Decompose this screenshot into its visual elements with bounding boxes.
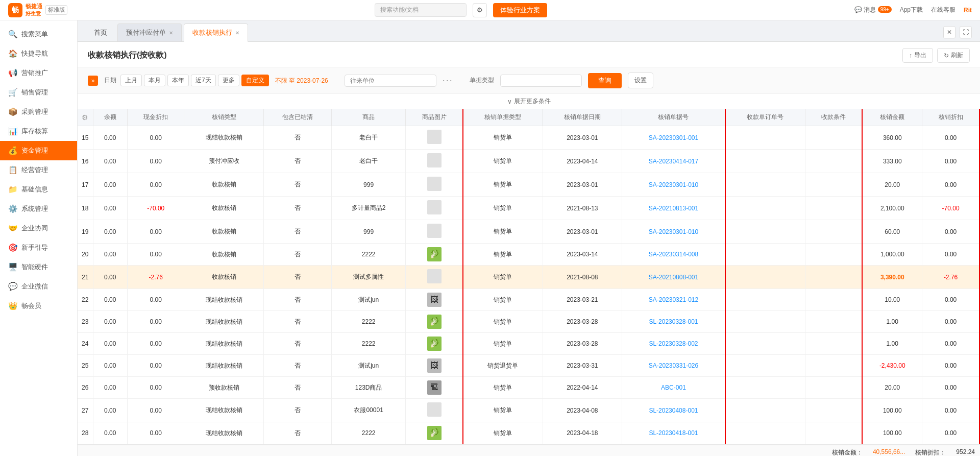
top-bar-right: 💬 消息 99+ App下载 在线客服 Rit bbox=[854, 6, 972, 14]
tab-home[interactable]: 首页 bbox=[86, 24, 115, 41]
cell-settings: 26 bbox=[78, 377, 93, 399]
sidebar-item-basicinfo[interactable]: 📁 基础信息 bbox=[0, 180, 77, 199]
main-table: ⚙ 余额 现金折扣 核销类型 包含已结清 商品 商品图片 核销单据类型 核销单据… bbox=[78, 109, 980, 444]
sidebar-item-finance[interactable]: 💰 资金管理 bbox=[0, 141, 77, 160]
cell-cancel-discount: 0.00 bbox=[922, 126, 979, 150]
cell-cancel-doc-no[interactable]: SA-20210808-001 bbox=[622, 266, 725, 289]
industry-btn[interactable]: 体验行业方案 bbox=[493, 3, 547, 17]
cell-balance: 0.00 bbox=[93, 399, 128, 422]
query-btn[interactable]: 查询 bbox=[588, 73, 622, 88]
col-header-balance: 余额 bbox=[93, 109, 128, 126]
cell-cancel-doc-no[interactable]: SA-20230331-026 bbox=[622, 355, 725, 377]
tab-prepay[interactable]: 预付冲应付单 ✕ bbox=[117, 23, 182, 41]
settings-gear-icon[interactable]: ⚙ bbox=[473, 3, 487, 17]
cell-cancel-doc-date: 2023-03-14 bbox=[543, 244, 622, 266]
sidebar-item-member[interactable]: 👑 畅会员 bbox=[0, 296, 77, 316]
online-service[interactable]: 在线客服 bbox=[931, 6, 955, 14]
cell-cancel-doc-no[interactable]: SL-20230328-001 bbox=[622, 311, 725, 333]
sidebar-item-sysadmin[interactable]: ⚙️ 系统管理 bbox=[0, 199, 77, 219]
date-btn-last-month[interactable]: 上月 bbox=[120, 75, 142, 86]
cell-balance: 0.00 bbox=[93, 289, 128, 311]
cell-cancel-doc-no[interactable]: SA-20230321-012 bbox=[622, 289, 725, 311]
cancel-doc-link[interactable]: SA-20230321-012 bbox=[649, 296, 698, 303]
date-btn-7days[interactable]: 近7天 bbox=[191, 75, 216, 86]
search-input-display[interactable]: 搜索功能/文档 bbox=[375, 3, 467, 17]
tab-expand-btn[interactable]: ⛶ bbox=[960, 26, 972, 38]
date-btn-more[interactable]: 更多 bbox=[218, 75, 239, 86]
export-btn[interactable]: ↑ 导出 bbox=[902, 48, 933, 63]
cell-cancel-amount: 3,390.00 bbox=[862, 266, 922, 289]
column-settings-icon[interactable]: ⚙ bbox=[82, 113, 88, 122]
cancel-doc-link[interactable]: SA-20210813-001 bbox=[649, 205, 698, 212]
cell-cancel-doc-type: 销货单 bbox=[463, 220, 543, 244]
col-header-receipt-condition: 收款条件 bbox=[805, 109, 862, 126]
sidebar-item-inventory[interactable]: 📊 库存核算 bbox=[0, 122, 77, 141]
cancel-doc-link[interactable]: SA-20230314-008 bbox=[649, 251, 698, 258]
tab-prepay-close[interactable]: ✕ bbox=[169, 30, 173, 36]
refresh-btn[interactable]: ↻ 刷新 bbox=[937, 48, 970, 63]
sidebar-item-wechat[interactable]: 💬 企业微信 bbox=[0, 277, 77, 296]
date-btn-this-month[interactable]: 本月 bbox=[144, 75, 165, 86]
sidebar-item-marketing[interactable]: 📢 营销推广 bbox=[0, 63, 77, 83]
cancel-doc-link[interactable]: SA-20230414-017 bbox=[649, 158, 698, 165]
sidebar-item-guide[interactable]: 🎯 新手引导 bbox=[0, 238, 77, 257]
cancel-doc-link[interactable]: SA-20210808-001 bbox=[649, 274, 698, 281]
cell-cancel-doc-no[interactable]: SA-20230414-017 bbox=[622, 150, 725, 173]
cell-cancel-doc-no[interactable]: SL-20230418-001 bbox=[622, 422, 725, 444]
sidebar-item-nav[interactable]: 🏠 快捷导航 bbox=[0, 44, 77, 63]
cell-cancel-doc-no[interactable]: SA-20230301-010 bbox=[622, 220, 725, 244]
partner-input[interactable] bbox=[345, 75, 436, 87]
cell-goods-img: 🥬 bbox=[406, 311, 463, 333]
expand-more-btn[interactable]: ∨ 展开更多条件 bbox=[507, 97, 551, 106]
doc-type-select[interactable] bbox=[500, 75, 582, 87]
cell-included: 否 bbox=[263, 126, 331, 150]
cell-cancel-discount: 0.00 bbox=[922, 377, 979, 399]
sidebar-label-search: 搜索菜单 bbox=[21, 30, 48, 39]
content-area: 首页 预付冲应付单 ✕ 收款核销执行 ✕ ✕ ⛶ 收款核销执行(按收款) bbox=[78, 20, 980, 456]
cancel-doc-link[interactable]: SL-20230408-001 bbox=[649, 407, 698, 414]
setting-btn[interactable]: 设置 bbox=[628, 73, 653, 88]
date-btn-custom[interactable]: 自定义 bbox=[241, 75, 269, 86]
sidebar-item-search[interactable]: 🔍 搜索菜单 bbox=[0, 25, 77, 44]
cell-cancel-doc-no[interactable]: SA-20210813-001 bbox=[622, 197, 725, 220]
tab-receipt-exec[interactable]: 收款核销执行 ✕ bbox=[184, 23, 248, 42]
date-btn-this-year[interactable]: 本年 bbox=[167, 75, 189, 86]
cell-cancel-doc-no[interactable]: SA-20230301-001 bbox=[622, 126, 725, 150]
cell-cancel-doc-no[interactable]: SL-20230328-002 bbox=[622, 333, 725, 355]
footer-cancel-amount-label: 核销金额： bbox=[832, 448, 863, 456]
cancel-doc-link[interactable]: SL-20230418-001 bbox=[649, 429, 698, 437]
cell-cancel-doc-type: 销货单 bbox=[463, 197, 543, 220]
message-badge: 99+ bbox=[878, 6, 892, 13]
cancel-doc-link[interactable]: SA-20230301-001 bbox=[649, 134, 698, 141]
cell-cash-discount: 0.00 bbox=[128, 333, 184, 355]
cancel-doc-link[interactable]: SA-20230301-010 bbox=[649, 228, 698, 235]
sidebar-item-operation[interactable]: 📋 经营管理 bbox=[0, 160, 77, 180]
cell-receipt-order-no bbox=[725, 311, 805, 333]
sidebar-item-hardware[interactable]: 🖥️ 智能硬件 bbox=[0, 257, 77, 277]
cell-goods: 测试多属性 bbox=[331, 266, 405, 289]
cancel-doc-link[interactable]: ABC-001 bbox=[661, 384, 686, 391]
cell-included: 否 bbox=[263, 399, 331, 422]
tab-bar-actions: ✕ ⛶ bbox=[943, 26, 972, 38]
cancel-doc-link[interactable]: SL-20230328-002 bbox=[649, 340, 698, 347]
cell-cancel-doc-no[interactable]: SA-20230314-008 bbox=[622, 244, 725, 266]
top-bar: 畅 畅捷通 好生意 标准版 搜索功能/文档 ⚙ 体验行业方案 💬 消息 99+ … bbox=[0, 0, 980, 20]
app-download[interactable]: App下载 bbox=[900, 6, 923, 14]
table-wrapper[interactable]: ⚙ 余额 现金折扣 核销类型 包含已结清 商品 商品图片 核销单据类型 核销单据… bbox=[78, 109, 980, 456]
tab-receipt-exec-close[interactable]: ✕ bbox=[235, 30, 239, 36]
cell-cancel-doc-no[interactable]: ABC-001 bbox=[622, 377, 725, 399]
cell-cancel-doc-no[interactable]: SA-20230301-010 bbox=[622, 173, 725, 197]
sidebar-item-purchase[interactable]: 📦 采购管理 bbox=[0, 102, 77, 122]
user-name[interactable]: Rit bbox=[964, 7, 972, 14]
sidebar-item-sales[interactable]: 🛒 销售管理 bbox=[0, 83, 77, 102]
tab-close-btn[interactable]: ✕ bbox=[943, 26, 955, 38]
cell-cancel-doc-no[interactable]: SL-20230408-001 bbox=[622, 399, 725, 422]
cancel-doc-link[interactable]: SL-20230328-001 bbox=[649, 318, 698, 325]
cancel-doc-link[interactable]: SA-20230301-010 bbox=[649, 181, 698, 188]
sidebar-item-collab[interactable]: 🤝 企业协同 bbox=[0, 219, 77, 238]
col-header-settings[interactable]: ⚙ bbox=[78, 109, 93, 126]
filter-expand-btn[interactable]: » bbox=[88, 76, 98, 86]
col-header-receipt-order-no: 收款单订单号 bbox=[725, 109, 805, 126]
message-area[interactable]: 💬 消息 99+ bbox=[854, 6, 892, 14]
cancel-doc-link[interactable]: SA-20230331-026 bbox=[649, 362, 698, 369]
